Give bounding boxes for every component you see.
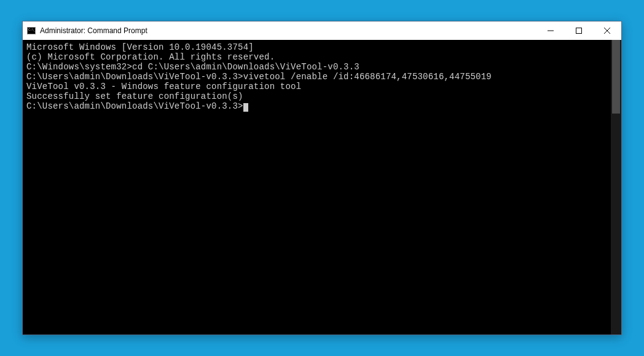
command-text: cd C:\Users\admin\Downloads\ViVeTool-v0.… [132,62,359,72]
minimize-button[interactable] [536,21,565,40]
cursor [243,103,248,112]
terminal-content: Microsoft Windows [Version 10.0.19045.37… [23,40,621,114]
command-text: vivetool /enable /id:46686174,47530616,4… [243,72,492,82]
window-controls [536,21,621,40]
prompt: C:\Users\admin\Downloads\ViVeTool-v0.3.3… [26,101,243,111]
terminal-line: Successfully set feature configuration(s… [26,91,618,101]
close-icon [604,28,610,34]
terminal-line: C:\Windows\system32>cd C:\Users\admin\Do… [26,62,618,72]
prompt: C:\Users\admin\Downloads\ViVeTool-v0.3.3… [26,72,243,82]
scrollbar[interactable] [611,40,621,335]
maximize-button[interactable] [565,21,593,40]
maximize-icon [576,28,582,34]
terminal-area[interactable]: Microsoft Windows [Version 10.0.19045.37… [23,40,621,335]
terminal-line: C:\Users\admin\Downloads\ViVeTool-v0.3.3… [26,72,618,82]
minimize-icon [548,28,554,34]
scrollbar-thumb[interactable] [612,40,620,114]
terminal-line: ViVeTool v0.3.3 - Windows feature config… [26,82,618,91]
cmd-icon [26,26,36,36]
close-button[interactable] [593,21,621,40]
terminal-line: (c) Microsoft Corporation. All rights re… [26,52,618,62]
command-prompt-window: Administrator: Command Prompt Microsoft [22,21,622,335]
titlebar[interactable]: Administrator: Command Prompt [23,21,621,40]
prompt: C:\Windows\system32> [26,62,132,72]
window-title: Administrator: Command Prompt [40,26,147,35]
terminal-line: Microsoft Windows [Version 10.0.19045.37… [26,42,618,52]
terminal-line: C:\Users\admin\Downloads\ViVeTool-v0.3.3… [26,101,618,111]
svg-rect-1 [576,28,582,34]
